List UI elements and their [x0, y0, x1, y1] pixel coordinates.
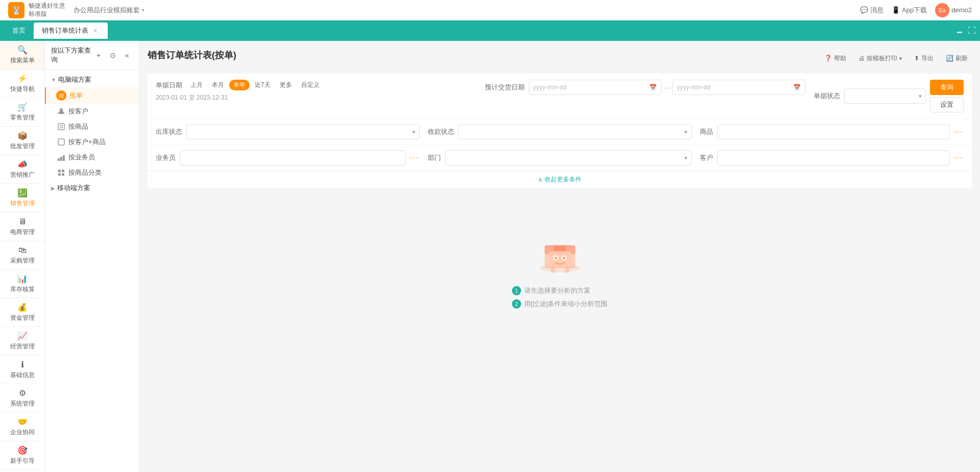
expected-date-start-input[interactable]: yyyy-mm-dd 📅: [529, 80, 662, 95]
goods-input[interactable]: [717, 124, 950, 139]
workspace-selector[interactable]: 办公用品行业模拟账套 ▾: [69, 4, 149, 17]
last-month-btn[interactable]: 上月: [186, 80, 207, 90]
active-scheme-icon: 按: [56, 90, 66, 101]
sidebar-item-sales-mgmt[interactable]: 💹 销售管理: [0, 184, 44, 213]
svg-rect-7: [63, 155, 65, 161]
bill-status-select[interactable]: [844, 88, 926, 104]
inventory-icon: 📊: [17, 274, 28, 284]
sidebar-item-inventory[interactable]: 📊 库存核算: [0, 270, 44, 298]
sidebar-item-new-guide[interactable]: 🎯 新手引导: [0, 441, 44, 470]
minimize-icon[interactable]: 🗕: [955, 26, 964, 35]
refresh-button[interactable]: 🔄 刷新: [942, 52, 972, 65]
svg-rect-21: [551, 267, 555, 273]
this-month-btn[interactable]: 本月: [208, 80, 228, 90]
query-buttons: 查询 设置: [930, 80, 964, 112]
settings-scheme-button[interactable]: ⊙: [107, 50, 118, 61]
payment-status-field: 收款状态 ▾: [428, 124, 692, 139]
scheme-item-by-goods-category[interactable]: 按商品分类: [45, 165, 139, 180]
salesperson-input[interactable]: [180, 150, 406, 166]
hint-num-1: 1: [512, 286, 521, 295]
maximize-icon[interactable]: ⛶: [968, 26, 976, 35]
print-button[interactable]: 🖨 按模板打印 ▾: [854, 52, 906, 65]
goods-label: 商品: [700, 127, 713, 136]
scheme-item-by-goods[interactable]: 按商品: [45, 119, 139, 134]
sidebar-item-search-menu[interactable]: 🔍 搜索菜单: [0, 41, 44, 69]
avatar: Ea: [935, 3, 949, 17]
scheme-item-by-customer[interactable]: 按客户: [45, 104, 139, 119]
left-panel: 按以下方案查询 + ⊙ « ▼: [45, 41, 139, 472]
svg-point-20: [562, 257, 565, 259]
sidebar-item-retail-mgmt[interactable]: 🛒 零售管理: [0, 98, 44, 127]
ecom-icon: 🖥: [18, 217, 27, 226]
this-year-btn[interactable]: 本年: [229, 80, 250, 90]
chevron-down-icon: ▾: [142, 7, 144, 13]
sidebar-item-marketing[interactable]: 📣 营销推广: [0, 155, 44, 184]
sidebar: 🔍 搜索菜单 ⚡ 快捷导航 🛒 零售管理 📦 批发管理 📣 营销推广 💹 销售管…: [0, 41, 45, 472]
expected-date-end-input[interactable]: yyyy-mm-dd 📅: [672, 80, 805, 95]
scheme-item-by-order[interactable]: 按 按单: [45, 87, 139, 104]
sidebar-item-ops-mgmt[interactable]: 📈 经营管理: [0, 327, 44, 356]
shipment-status-select[interactable]: [186, 124, 420, 139]
refresh-icon: 🔄: [946, 55, 953, 62]
department-select[interactable]: [445, 150, 692, 166]
message-button[interactable]: 💬 消息: [860, 6, 884, 15]
date-quick-buttons: 上月 本月 本年 近7天 更多 自定义: [186, 80, 324, 90]
last-7-days-btn[interactable]: 近7天: [251, 80, 275, 90]
customer-scheme-icon: [57, 107, 65, 115]
content-area: 按以下方案查询 + ⊙ « ▼: [45, 41, 980, 472]
date-field: 单据日期 上月 本月 本年 近7天 更多 自定义 2023-01-0: [156, 80, 477, 102]
calendar-icon-end: 📅: [793, 84, 801, 91]
export-button[interactable]: ⬆ 导出: [910, 52, 938, 65]
sidebar-item-basic-info[interactable]: ℹ 基础信息: [0, 356, 44, 384]
sidebar-item-finance-mgmt[interactable]: 💰 资金管理: [0, 298, 44, 327]
payment-status-select-wrap: ▾: [458, 124, 692, 139]
salesperson-more-btn[interactable]: ···: [410, 153, 420, 162]
page-title: 销售订单统计表(按单): [148, 49, 236, 61]
svg-rect-4: [58, 139, 64, 145]
sidebar-item-quick-nav[interactable]: ⚡ 快捷导航: [0, 69, 44, 98]
query-button[interactable]: 查询: [930, 80, 964, 95]
sidebar-item-enterprise-collab[interactable]: 🤝 企业协同: [0, 413, 44, 441]
tab-close-icon[interactable]: ×: [91, 27, 100, 35]
scheme-item-by-customer-goods[interactable]: 按客户+商品: [45, 134, 139, 150]
filter-row-1: 单据日期 上月 本月 本年 近7天 更多 自定义 2023-01-0: [148, 74, 972, 119]
payment-status-select[interactable]: [458, 124, 692, 139]
tab-sales-stats[interactable]: 销售订单统计表 ×: [34, 22, 108, 39]
svg-rect-11: [62, 173, 64, 176]
setting-button[interactable]: 设置: [930, 97, 964, 112]
left-panel-actions: + ⊙ «: [93, 50, 133, 61]
sidebar-item-app-center[interactable]: 🗂 应用中心: [0, 470, 44, 472]
sidebar-item-system-mgmt[interactable]: ⚙ 系统管理: [0, 384, 44, 413]
ops-icon: 📈: [17, 331, 28, 341]
scheme-item-by-salesperson[interactable]: 按业务员: [45, 150, 139, 165]
filter-section: 单据日期 上月 本月 本年 近7天 更多 自定义 2023-01-0: [148, 74, 972, 171]
logo-icon: 🐰: [8, 2, 24, 18]
custom-date-btn[interactable]: 自定义: [297, 80, 324, 90]
svg-rect-10: [58, 173, 61, 176]
empty-illustration: [529, 225, 591, 276]
customer-more-btn[interactable]: ···: [954, 153, 964, 162]
sidebar-item-ecom-mgmt[interactable]: 🖥 电商管理: [0, 213, 44, 241]
more-dates-btn[interactable]: 更多: [276, 80, 296, 90]
scheme-group-mobile[interactable]: ▶ 移动端方案: [45, 180, 139, 196]
help-button[interactable]: ❓ 帮助: [820, 52, 850, 65]
customer-input[interactable]: [717, 150, 950, 166]
add-scheme-button[interactable]: +: [93, 50, 104, 61]
sidebar-item-purchase-mgmt[interactable]: 🛍 采购管理: [0, 241, 44, 270]
user-avatar[interactable]: Ea demo2: [935, 3, 972, 17]
app-download-button[interactable]: 📱 App下载: [892, 6, 927, 15]
svg-rect-8: [58, 170, 61, 172]
goods-more-btn[interactable]: ···: [954, 127, 964, 136]
collapse-panel-button[interactable]: «: [121, 50, 133, 61]
hint-num-2: 2: [512, 299, 521, 309]
svg-rect-1: [58, 124, 64, 130]
tab-home[interactable]: 首页: [4, 22, 34, 39]
scheme-group-pc: ▼ 电脑端方案 按 按单 按客: [45, 72, 139, 180]
collapse-bar[interactable]: ∧ 收起更多条件: [148, 171, 972, 188]
bill-status-label: 单据状态: [814, 91, 840, 101]
download-icon: 📱: [892, 6, 900, 14]
scheme-group-header-pc[interactable]: ▼ 电脑端方案: [45, 72, 139, 87]
filter-row-3: 业务员 ··· 部门 ▾: [148, 145, 972, 171]
sidebar-item-wholesale-mgmt[interactable]: 📦 批发管理: [0, 127, 44, 155]
goods-scheme-icon: [57, 123, 65, 131]
